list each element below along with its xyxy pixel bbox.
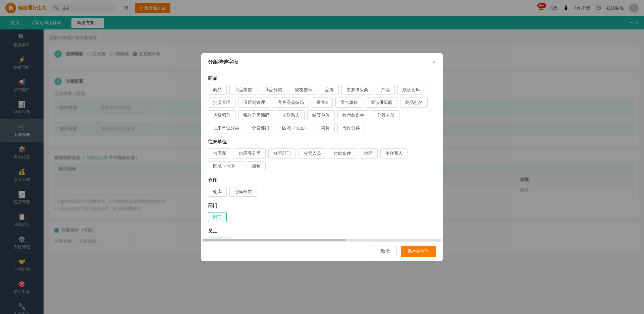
tag-settlement-unit[interactable]: 结算单位 bbox=[307, 110, 335, 120]
tag-default-warehouse[interactable]: 默认仓库 bbox=[397, 85, 425, 95]
tag-region[interactable]: 区域（地区） bbox=[277, 123, 313, 133]
tag-tax-code[interactable]: 税收分类编码 bbox=[238, 110, 274, 120]
tag-supplier-cat[interactable]: 供应商分类 bbox=[234, 148, 266, 159]
tag-area[interactable]: 地区 bbox=[359, 148, 378, 159]
tag-shelf-life[interactable]: 保质期管理 bbox=[238, 98, 270, 108]
tag-customer-goods-code[interactable]: 客户商品编码 bbox=[273, 98, 309, 108]
tag-main-contact[interactable]: 主联系人 bbox=[277, 110, 305, 120]
tag-default-supplier[interactable]: 默认供应商 bbox=[366, 98, 397, 108]
tag-partner-region[interactable]: 区域（地区） bbox=[208, 161, 244, 171]
modal-title: 分组待选字段 bbox=[208, 59, 238, 65]
tag-brand[interactable]: 品牌 bbox=[320, 85, 339, 95]
field-tags-warehouse: 仓库 仓库分类 bbox=[208, 187, 436, 197]
tag-partner-category[interactable]: 往来单位分类 bbox=[208, 123, 244, 133]
tag-partner-dept[interactable]: 分管部门 bbox=[268, 148, 296, 159]
tag-batch-mgmt[interactable]: 批次管理 bbox=[208, 98, 235, 108]
tag-goods-alias[interactable]: 商品别名 bbox=[400, 98, 428, 108]
field-group-department-title: 部门 bbox=[208, 203, 436, 209]
modal-save-button[interactable]: 保存并查询 bbox=[401, 246, 436, 257]
modal-overlay: 分组待选字段 × 商品 商品 商品类型 商品分类 规格型号 品牌 主要供应商 产… bbox=[0, 0, 644, 314]
tag-pick-score[interactable]: 拣货积分 bbox=[208, 110, 235, 120]
tag-dept[interactable]: 分管部门 bbox=[247, 123, 274, 133]
field-group-department: 部门 部门 bbox=[208, 203, 436, 222]
field-group-partner-title: 往来单位 bbox=[208, 139, 436, 145]
tag-origin[interactable]: 产地 bbox=[376, 85, 395, 95]
tag-short-name[interactable]: 简称 bbox=[316, 123, 335, 133]
field-group-staff: 员工 业务员 bbox=[208, 228, 436, 239]
tag-partner-contact[interactable]: 主联系人 bbox=[380, 148, 408, 159]
tag-pay-terms[interactable]: 付款条件 bbox=[329, 148, 356, 159]
field-group-partner: 往来单位 供应商 供应商分类 分管部门 分管人员 付款条件 地区 主联系人 区域… bbox=[208, 139, 436, 171]
tag-goods[interactable]: 商品 bbox=[208, 85, 227, 95]
hscroll-track bbox=[203, 239, 441, 241]
tag-retail-unit[interactable]: 零售单位 bbox=[335, 98, 363, 108]
tag-main-supplier[interactable]: 主要供应商 bbox=[341, 85, 373, 95]
modal-body[interactable]: 商品 商品 商品类型 商品分类 规格型号 品牌 主要供应商 产地 默认仓库 批次… bbox=[201, 70, 443, 239]
field-tags-goods: 商品 商品类型 商品分类 规格型号 品牌 主要供应商 产地 默认仓库 批次管理 … bbox=[208, 85, 436, 133]
modal-horizontal-scrollbar[interactable] bbox=[201, 239, 443, 241]
tag-warehouse[interactable]: 仓库 bbox=[208, 187, 227, 197]
field-group-warehouse: 仓库 仓库 仓库分类 bbox=[208, 177, 436, 197]
field-select-modal: 分组待选字段 × 商品 商品 商品类型 商品分类 规格型号 品牌 主要供应商 产… bbox=[201, 53, 443, 261]
tag-payment-terms[interactable]: 收付款条件 bbox=[337, 110, 369, 120]
tag-partner-short-name[interactable]: 简称 bbox=[247, 161, 266, 171]
tag-manager[interactable]: 分管人员 bbox=[372, 110, 399, 120]
modal-close-button[interactable]: × bbox=[432, 59, 436, 66]
tag-spec-model[interactable]: 规格型号 bbox=[290, 85, 317, 95]
field-tags-department: 部门 bbox=[208, 212, 436, 222]
tag-goods-type[interactable]: 商品类型 bbox=[229, 85, 257, 95]
modal-cancel-button[interactable]: 取消 bbox=[374, 246, 397, 257]
tag-supplier[interactable]: 供应商 bbox=[208, 148, 231, 159]
field-group-staff-title: 员工 bbox=[208, 228, 436, 234]
tag-warehouse-cat[interactable]: 仓库分类 bbox=[337, 123, 365, 133]
tag-warehouse-category[interactable]: 仓库分类 bbox=[229, 187, 257, 197]
tag-weight[interactable]: 重量3 bbox=[312, 98, 333, 108]
field-group-goods: 商品 商品 商品类型 商品分类 规格型号 品牌 主要供应商 产地 默认仓库 批次… bbox=[208, 75, 436, 133]
tag-goods-category[interactable]: 商品分类 bbox=[260, 85, 287, 95]
field-group-goods-title: 商品 bbox=[208, 75, 436, 81]
tag-partner-manager[interactable]: 分管人员 bbox=[299, 148, 326, 159]
tag-department[interactable]: 部门 bbox=[208, 212, 227, 222]
modal-footer: 取消 保存并查询 bbox=[201, 241, 443, 261]
hscroll-thumb bbox=[203, 239, 346, 241]
field-group-warehouse-title: 仓库 bbox=[208, 177, 436, 183]
field-tags-partner: 供应商 供应商分类 分管部门 分管人员 付款条件 地区 主联系人 区域（地区） … bbox=[208, 148, 436, 171]
modal-header: 分组待选字段 × bbox=[201, 53, 443, 70]
